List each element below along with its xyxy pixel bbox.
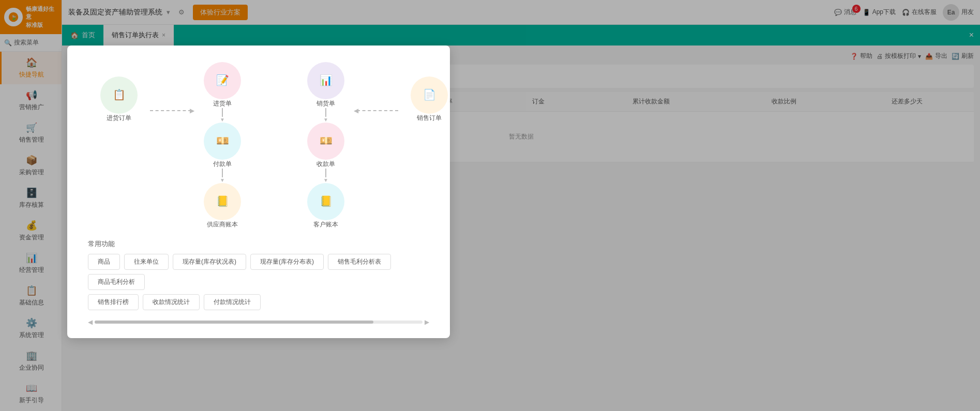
modal-scrollbar: ◀ ▶ [88,318,429,326]
svg-text:💴: 💴 [216,134,229,147]
sales-order-circle: 📄 [411,77,448,114]
scroll-thumb [95,321,373,324]
arrow-sb-down: ▼ [323,108,328,123]
sales-bill-label: 销货单 [316,99,335,108]
flow-col-payment: 💴 付款单 ▼ [191,123,253,183]
sales-order-label: 销售订单 [417,114,442,123]
flow-col-sales-bill: 📊 销货单 ▼ [295,62,357,123]
purchase-bill-label: 进货单 [213,99,232,108]
btn-receipt-stats[interactable]: 收款情况统计 [143,294,200,310]
flow-col-customer-ledger: 📒 客户账本 [295,183,357,229]
common-functions: 常用功能 商品 往来单位 现存量(库存状况表) 现存量(库存分布表) 销售毛利分… [88,239,429,310]
receipt-label: 收款单 [316,160,335,169]
btn-counterpart[interactable]: 往来单位 [124,254,169,270]
arrow-pb-down: ▼ [220,108,225,123]
svg-text:📝: 📝 [216,74,229,86]
svg-text:📒: 📒 [320,195,333,207]
scroll-left-arrow[interactable]: ◀ [88,318,93,326]
payment-label: 付款单 [213,160,232,169]
flow-col-purchase-bill: 📝 进货单 ▼ [191,62,253,123]
svg-text:💴: 💴 [320,134,333,147]
sales-bill-circle: 📊 [307,62,344,99]
payment-circle: 💴 [204,123,241,160]
flow-col-purchase-order: 📋 进货订单 [88,77,150,123]
flow-modal: 📋 进货订单 ▶ 📝 进货单 ▼ [67,45,450,338]
svg-text:📋: 📋 [113,88,126,101]
btn-sales-analysis[interactable]: 销售毛利分析表 [328,254,391,270]
svg-text:📊: 📊 [320,74,333,86]
scroll-right-arrow[interactable]: ▶ [425,318,429,326]
btn-sales-rank[interactable]: 销售排行榜 [88,294,139,310]
purchase-order-circle: 📋 [100,77,138,114]
supplier-ledger-circle: 📒 [204,183,241,220]
flow-col-supplier-ledger: 📒 供应商账本 [191,183,253,229]
arrow-pay-down: ▼ [220,169,225,183]
arrow-po-to-pb: ▶ [150,110,191,123]
common-functions-title: 常用功能 [88,239,429,249]
supplier-ledger-label: 供应商账本 [207,220,238,229]
btn-stock-status[interactable]: 现存量(库存状况表) [173,254,246,270]
customer-ledger-circle: 📒 [307,183,344,220]
common-buttons-row1: 商品 往来单位 现存量(库存状况表) 现存量(库存分布表) 销售毛利分析表 商品… [88,254,429,290]
customer-ledger-label: 客户账本 [313,220,338,229]
receipt-circle: 💴 [307,123,344,160]
arrow-rec-down: ▼ [323,169,328,183]
common-buttons-row2: 销售排行榜 收款情况统计 付款情况统计 [88,294,429,310]
purchase-bill-circle: 📝 [204,62,241,99]
btn-product-margin[interactable]: 商品毛利分析 [88,274,145,290]
flow-col-sales-order: 📄 销售订单 [398,77,460,123]
arrow-so-to-sb: ◀ [357,110,398,123]
btn-stock-dist[interactable]: 现存量(库存分布表) [250,254,324,270]
purchase-order-label: 进货订单 [107,114,131,123]
btn-product[interactable]: 商品 [88,254,120,270]
btn-payment-stats[interactable]: 付款情况统计 [204,294,261,310]
svg-text:📄: 📄 [423,88,436,101]
flow-col-receipt: 💴 收款单 ▼ [295,123,357,183]
svg-text:📒: 📒 [216,195,229,207]
scroll-track[interactable] [95,321,423,324]
modal-overlay[interactable]: 📋 进货订单 ▶ 📝 进货单 ▼ [0,0,980,411]
